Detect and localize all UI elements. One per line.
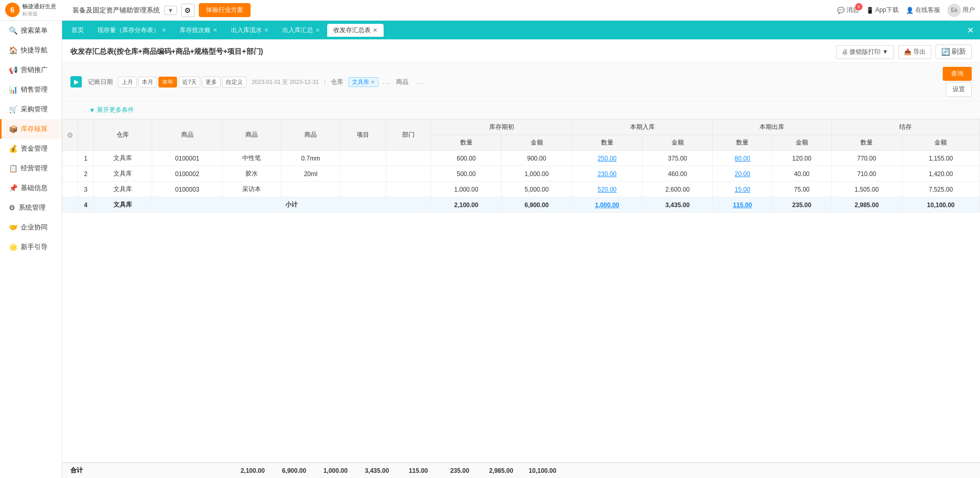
row-in-qty-2[interactable]: 520.00 <box>572 182 642 197</box>
tab-batch-account[interactable]: 库存批次账 ✕ <box>173 24 224 37</box>
row-opening-qty-0: 600.00 <box>431 151 502 166</box>
page-header: 收发存汇总表(按仓库+商品编码+商品+规格型号+项目+部门) 🖨 拨锁版打印 ▼… <box>62 39 980 63</box>
sidebar-item-inventory[interactable]: 📦 库存核算 <box>0 119 62 139</box>
expand-conditions-button[interactable]: ▼ 展开更多条件 <box>89 104 134 117</box>
row-no-1: 2 <box>78 166 94 182</box>
warehouse-tag: 文具库 ✕ <box>348 77 378 87</box>
date-btn-7days[interactable]: 近7天 <box>179 77 200 88</box>
row-in-qty-1[interactable]: 230.00 <box>572 166 642 182</box>
table-row: 1 文具库 0100001 中性笔 0.7mm 600.00 900.00 25… <box>63 151 980 166</box>
col-warehouse-header: 仓库 <box>94 120 152 151</box>
sidebar-item-operations[interactable]: 📋 经营管理 <box>0 158 62 178</box>
close-all-tabs-button[interactable]: ✕ <box>964 26 977 35</box>
row-spec-1: 20ml <box>281 166 341 182</box>
date-btn-this-month[interactable]: 本月 <box>138 77 157 88</box>
subtotal-in-qty[interactable]: 1,000.00 <box>572 197 642 213</box>
sidebar-item-enterprise-label: 企业协同 <box>21 223 48 232</box>
row-opening-qty-2: 1,000.00 <box>431 182 502 197</box>
sidebar-item-guide-label: 新手引导 <box>21 242 48 252</box>
row-name-1: 胶水 <box>223 166 281 182</box>
date-btn-custom[interactable]: 自定义 <box>222 77 246 88</box>
subtotal-no: 4 <box>78 197 94 213</box>
sidebar-item-quick-nav[interactable]: 🏠 快捷导航 <box>0 40 62 60</box>
system-dropdown-button[interactable]: ▼ <box>164 6 177 15</box>
subtotal-opening-amt: 6,900.00 <box>502 197 572 213</box>
table-container[interactable]: ⚙ 仓库 商品 商品 商品 项目 部门 库存期初 本期入库 本期出库 结存 <box>62 119 980 462</box>
sidebar-item-base-info[interactable]: 📌 基础信息 <box>0 178 62 198</box>
user-avatar: Ea <box>947 4 961 17</box>
row-in-amt-2: 2,600.00 <box>642 182 713 197</box>
warehouse-filter-dots[interactable]: ... <box>383 78 391 85</box>
sidebar-item-sales[interactable]: 📊 销售管理 <box>0 80 62 99</box>
date-label: 记账日期 <box>88 78 113 86</box>
table-settings-icon[interactable]: ⚙ <box>67 131 74 139</box>
table-row: 2 文具库 0100002 胶水 20ml 500.00 1,000.00 23… <box>63 166 980 182</box>
sidebar-item-guide[interactable]: 🌟 新手引导 <box>0 237 62 257</box>
col-settings-header: ⚙ <box>63 120 78 151</box>
row-opening-qty-1: 500.00 <box>431 166 502 182</box>
row-out-qty-1[interactable]: 20.00 <box>713 166 772 182</box>
tab-inventory-dist-close[interactable]: ✕ <box>162 27 166 34</box>
sidebar-item-marketing[interactable]: 📢 营销推广 <box>0 60 62 80</box>
row-code-1: 0100002 <box>152 166 223 182</box>
sidebar-item-enterprise[interactable]: 🤝 企业协同 <box>0 218 62 237</box>
enterprise-icon: 🤝 <box>9 223 18 231</box>
sidebar-item-purchase[interactable]: 🛒 采购管理 <box>0 99 62 119</box>
export-button[interactable]: 📤 导出 <box>898 45 931 59</box>
settings-button[interactable]: ⚙ <box>181 4 195 17</box>
tab-inout-flow-close[interactable]: ✕ <box>264 27 269 34</box>
sidebar-item-search[interactable]: 🔍 搜索菜单 <box>0 21 62 40</box>
filter-setting-button[interactable]: 设置 <box>946 82 972 97</box>
system-icon: ⚙ <box>9 204 16 212</box>
tab-batch-account-close[interactable]: ✕ <box>213 27 217 34</box>
warehouse-tag-close[interactable]: ✕ <box>371 79 375 85</box>
table-row: 3 文具库 0100003 采访本 1,000.00 5,000.00 520.… <box>63 182 980 197</box>
tab-recv-send-summary[interactable]: 收发存汇总表 ✕ <box>327 24 384 37</box>
service-button[interactable]: 👤 在线客服 <box>906 6 940 15</box>
row-balance-qty-0: 770.00 <box>831 151 902 166</box>
row-out-qty-2[interactable]: 15.00 <box>713 182 772 197</box>
sidebar-item-finance[interactable]: 💰 资金管理 <box>0 139 62 158</box>
tab-inout-flow-label: 出入库流水 <box>231 26 262 35</box>
message-badge: 6 <box>855 3 862 10</box>
footer-balance-amt: 10,100.00 <box>522 467 563 474</box>
filter-toggle-button[interactable]: ▶ <box>70 76 82 88</box>
col-out-header: 本期出库 <box>713 120 831 135</box>
footer-out-qty: 115.00 <box>398 467 439 474</box>
subtotal-out-qty[interactable]: 115.00 <box>713 197 772 213</box>
tab-inout-flow[interactable]: 出入库流水 ✕ <box>225 24 275 37</box>
col-balance-qty-header: 数量 <box>831 135 902 151</box>
row-in-qty-0[interactable]: 250.00 <box>572 151 642 166</box>
footer-total-label: 合计 <box>66 466 232 475</box>
col-name-header: 商品 <box>223 120 281 151</box>
print-button[interactable]: 🖨 拨锁版打印 ▼ <box>836 45 894 59</box>
row-out-amt-1: 40.00 <box>772 166 831 182</box>
row-settings-1 <box>63 166 78 182</box>
trial-button[interactable]: 体验行业方案 <box>199 3 251 17</box>
footer-in-amt: 3,435.00 <box>356 467 398 474</box>
date-btn-last-month[interactable]: 上月 <box>118 77 137 88</box>
goods-filter-dots[interactable]: ... <box>416 78 424 85</box>
content-area: 首页 现存量（库存分布表） ✕ 库存批次账 ✕ 出入库流水 ✕ 出入库汇总 ✕ … <box>62 21 980 478</box>
tab-inventory-dist[interactable]: 现存量（库存分布表） ✕ <box>91 24 172 37</box>
subtotal-in-amt: 3,435.00 <box>642 197 713 213</box>
row-balance-qty-1: 710.00 <box>831 166 902 182</box>
app-download-button[interactable]: 📱 App下载 <box>866 6 899 15</box>
sidebar-item-marketing-label: 营销推广 <box>21 65 48 75</box>
message-button[interactable]: 💬 消息 6 <box>837 6 859 15</box>
date-btn-more[interactable]: 更多 <box>202 77 221 88</box>
refresh-button[interactable]: 🔄 刷新 <box>935 45 972 59</box>
sidebar-item-system[interactable]: ⚙ 系统管理 <box>0 198 62 218</box>
sidebar-item-base-info-label: 基础信息 <box>21 183 48 193</box>
date-btn-this-year[interactable]: 本年 <box>158 77 177 88</box>
row-no-0: 1 <box>78 151 94 166</box>
tab-home[interactable]: 首页 <box>65 24 90 37</box>
tab-inout-summary[interactable]: 出入库汇总 ✕ <box>276 24 326 37</box>
tab-recv-send-summary-close[interactable]: ✕ <box>373 27 377 34</box>
tab-inout-summary-close[interactable]: ✕ <box>315 27 320 34</box>
subtotal-settings <box>63 197 78 213</box>
row-out-qty-0[interactable]: 80.00 <box>713 151 772 166</box>
query-button[interactable]: 查询 <box>943 67 972 81</box>
user-area[interactable]: Ea 用户 <box>947 4 975 17</box>
sidebar-item-inventory-label: 库存核算 <box>21 124 48 134</box>
